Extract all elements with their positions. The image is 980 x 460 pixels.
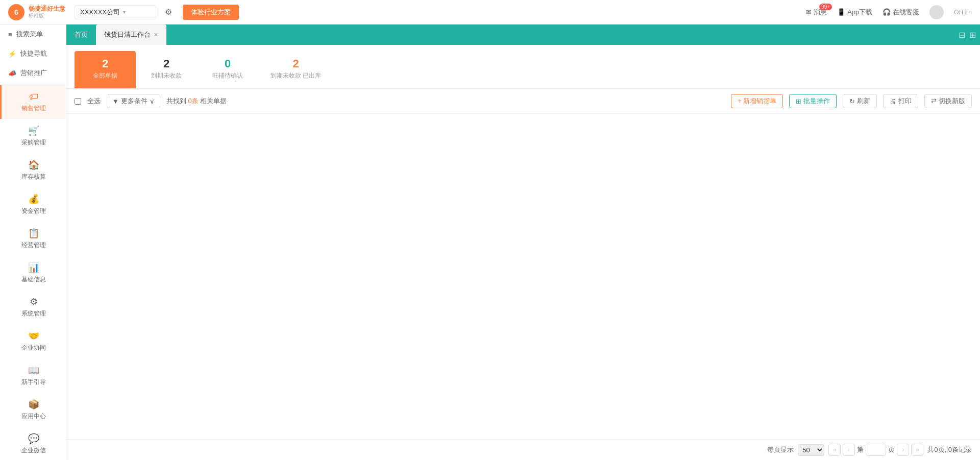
guide-icon: 📖 <box>28 365 39 376</box>
toolbar-right: + 新增销货单 ⊞ 批量操作 ↻ 刷新 🖨 打印 ⇄ <box>731 94 972 108</box>
sidebar-top: ≡ 搜索菜单 ⚡ 快捷导航 📣 营销推广 <box>0 25 66 83</box>
message-icon: ✉ <box>806 8 812 16</box>
marketing-item[interactable]: 📣 营销推广 <box>0 63 66 83</box>
logo-text: 畅捷通好生意 标准版 <box>29 5 65 18</box>
base-info-icon: 📊 <box>28 262 39 273</box>
app-download-item[interactable]: 📱 App下载 <box>837 8 872 17</box>
quick-nav-icon: ⚡ <box>8 50 16 58</box>
online-service-item[interactable]: 🎧 在线客服 <box>883 8 919 17</box>
stat-card-overdue-shipped[interactable]: 2 到期未收款 已出库 <box>258 51 333 88</box>
settings-icon[interactable]: ⚙ <box>160 4 177 20</box>
system-icon: ⚙ <box>30 296 38 307</box>
mobile-icon: 📱 <box>837 8 845 16</box>
add-sales-order-button[interactable]: + 新增销货单 <box>731 94 783 108</box>
total-text: 共0页, 0条记录 <box>927 445 972 454</box>
message-badge: 99+ <box>819 4 832 10</box>
select-all-label: 全选 <box>87 96 101 106</box>
wechat-icon: 💬 <box>28 433 39 444</box>
logo-title: 畅捷通好生意 <box>29 5 65 12</box>
purchase-icon: 🛒 <box>28 125 39 136</box>
page-label-prefix: 第 <box>857 445 864 454</box>
filter-icon: ▼ <box>112 98 119 105</box>
page-label-suffix: 页 <box>888 445 895 454</box>
chevron-down-icon: ▾ <box>123 9 126 15</box>
sidebar-item-purchase-mgmt[interactable]: 🛒 采购管理 <box>0 119 66 153</box>
message-icon-item[interactable]: ✉ 消息 99+ <box>806 8 827 17</box>
batch-operation-button[interactable]: ⊞ 批量操作 <box>789 94 837 108</box>
tab-expand-icon[interactable]: ⊞ <box>969 30 976 40</box>
logo-sub: 标准版 <box>29 13 65 19</box>
found-text: 共找到 0条 相关单据 <box>166 96 227 106</box>
print-icon: 🖨 <box>890 98 896 105</box>
switch-icon: ⇄ <box>931 97 937 105</box>
batch-icon: ⊞ <box>796 98 801 105</box>
search-icon: ≡ <box>8 31 12 38</box>
sidebar-item-app-center[interactable]: 📦 应用中心 <box>0 393 66 427</box>
main-content: 首页 钱货日清工作台 ✕ ⊟ ⊞ 2 全部单据 2 到期未收款 <box>66 25 980 460</box>
search-menu-item[interactable]: ≡ 搜索菜单 <box>0 25 66 44</box>
prev-page-button[interactable]: ‹ <box>843 444 855 456</box>
inventory-icon: 🏠 <box>28 159 39 171</box>
user-name-item: OfTEn <box>954 9 972 16</box>
stat-card-all[interactable]: 2 全部单据 <box>75 51 136 88</box>
next-page-button[interactable]: › <box>897 444 909 456</box>
sidebar-item-beginner-guide[interactable]: 📖 新手引导 <box>0 358 66 393</box>
finance-icon: 💰 <box>28 193 39 205</box>
sidebar-item-finance[interactable]: 💰 资金管理 <box>0 187 66 222</box>
tabs-bar: 首页 钱货日清工作台 ✕ ⊟ ⊞ <box>66 25 980 45</box>
stats-row: 2 全部单据 2 到期未收款 0 旺辅待确认 2 到期未收款 已出库 <box>66 45 980 89</box>
sidebar: ≡ 搜索菜单 ⚡ 快捷导航 📣 营销推广 🏷 销售管理 🛒 采购管理 🏠 库存核… <box>0 25 66 460</box>
sidebar-item-enterprise-wechat[interactable]: 💬 企业微信 <box>0 427 66 460</box>
first-page-button[interactable]: « <box>828 444 841 456</box>
company-selector[interactable]: XXXXXX公司 ▾ <box>75 5 156 19</box>
toolbar: 全选 ▼ 更多条件 ∨ 共找到 0条 相关单据 + 新增销货单 ⊞ 批量操作 <box>66 89 980 114</box>
trial-button[interactable]: 体验行业方案 <box>183 5 239 20</box>
operations-icon: 📋 <box>28 228 39 239</box>
stat-card-wangfu-pending[interactable]: 0 旺辅待确认 <box>197 51 258 88</box>
sidebar-item-base-info[interactable]: 📊 基础信息 <box>0 256 66 290</box>
logo-icon: 6 <box>8 4 24 20</box>
sidebar-item-operations[interactable]: 📋 经营管理 <box>0 222 66 256</box>
chevron-icon: ∨ <box>150 98 155 105</box>
company-name: XXXXXX公司 <box>80 8 120 17</box>
last-page-button[interactable]: » <box>911 444 923 456</box>
stat-card-overdue[interactable]: 2 到期未收款 <box>136 51 197 88</box>
page-nav: « ‹ 第 1 页 › » <box>828 444 923 456</box>
sales-icon: 🏷 <box>29 91 38 102</box>
page-content: 2 全部单据 2 到期未收款 0 旺辅待确认 2 到期未收款 已出库 <box>66 45 980 460</box>
avatar[interactable] <box>929 5 944 19</box>
tab-close-icon[interactable]: ✕ <box>154 32 158 38</box>
app-download-label: App下载 <box>847 8 872 17</box>
logo-area: 6 畅捷通好生意 标准版 <box>8 4 75 20</box>
refresh-button[interactable]: ↻ 刷新 <box>843 94 877 108</box>
marketing-icon: 📣 <box>8 69 16 77</box>
app-center-icon: 📦 <box>28 399 39 410</box>
switch-new-version-button[interactable]: ⇄ 切换新版 <box>924 94 972 108</box>
sidebar-item-sales-mgmt[interactable]: 🏷 销售管理 <box>0 85 66 119</box>
collab-icon: 🤝 <box>28 330 39 342</box>
select-all-checkbox[interactable] <box>75 98 81 105</box>
sidebar-item-inventory[interactable]: 🏠 库存核算 <box>0 153 66 187</box>
service-icon: 🎧 <box>883 8 891 16</box>
table-area <box>66 114 980 439</box>
per-page-select[interactable]: 50 100 200 <box>798 444 824 456</box>
print-button[interactable]: 🖨 打印 <box>883 94 918 108</box>
top-right: ✉ 消息 99+ 📱 App下载 🎧 在线客服 OfTEn <box>806 5 972 19</box>
tab-workbench[interactable]: 钱货日清工作台 ✕ <box>96 25 166 45</box>
filter-button[interactable]: ▼ 更多条件 ∨ <box>107 94 160 108</box>
refresh-icon: ↻ <box>849 98 855 105</box>
sidebar-item-system-mgmt[interactable]: ⚙ 系统管理 <box>0 290 66 324</box>
tab-home[interactable]: 首页 <box>66 25 96 45</box>
sidebar-item-enterprise-collab[interactable]: 🤝 企业协同 <box>0 324 66 358</box>
quick-nav-item[interactable]: ⚡ 快捷导航 <box>0 44 66 63</box>
page-input[interactable]: 1 <box>866 444 886 456</box>
tab-collapse-icon[interactable]: ⊟ <box>959 30 965 40</box>
online-service-label: 在线客服 <box>893 8 919 17</box>
pagination-bar: 每页显示 50 100 200 « ‹ 第 1 页 › » 共0页, 0条记录 <box>66 439 980 460</box>
per-page-label: 每页显示 <box>767 445 794 454</box>
